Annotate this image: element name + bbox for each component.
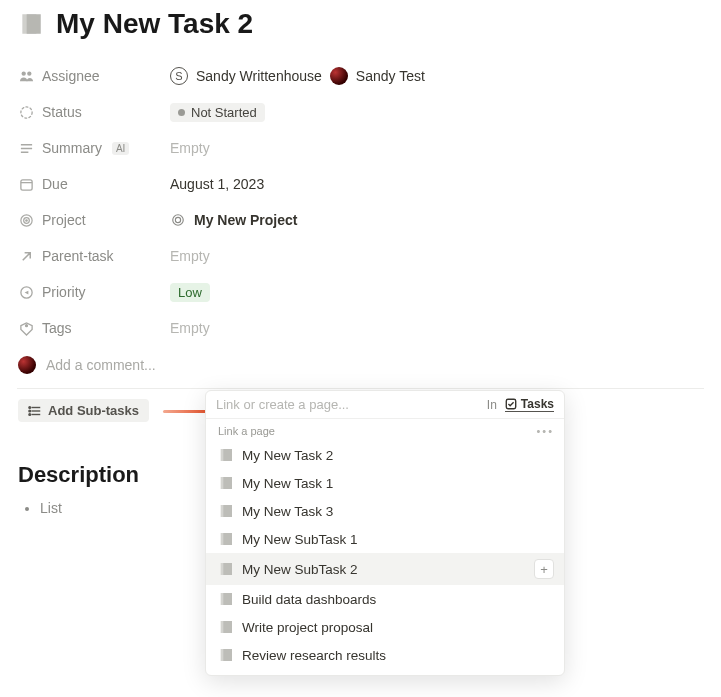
prop-summary-value[interactable]: Empty xyxy=(170,140,210,156)
page-icon xyxy=(18,11,44,37)
page-icon xyxy=(218,475,234,491)
section-heading: Link a page xyxy=(218,425,275,437)
tag-icon xyxy=(18,320,34,336)
svg-rect-35 xyxy=(223,593,232,605)
page-icon xyxy=(218,561,234,577)
link-item-label: My New SubTask 2 xyxy=(242,562,358,577)
link-page-item[interactable]: My New Task 1 xyxy=(206,469,564,497)
prop-project-label[interactable]: Project xyxy=(18,212,170,228)
link-page-item[interactable]: My New Task 3 xyxy=(206,497,564,525)
prop-due-value[interactable]: August 1, 2023 xyxy=(170,176,264,192)
calendar-icon xyxy=(18,176,34,192)
select-icon xyxy=(18,284,34,300)
svg-point-21 xyxy=(29,410,31,412)
svg-point-20 xyxy=(29,406,31,408)
svg-rect-27 xyxy=(223,477,232,489)
plus-button[interactable]: + xyxy=(534,559,554,579)
people-icon xyxy=(18,68,34,84)
status-icon xyxy=(18,104,34,120)
link-item-label: My New Task 1 xyxy=(242,476,333,491)
svg-point-3 xyxy=(27,71,31,75)
prop-due-label[interactable]: Due xyxy=(18,176,170,192)
prop-status-label[interactable]: Status xyxy=(18,104,170,120)
list-icon xyxy=(28,404,42,418)
ai-badge: AI xyxy=(112,142,129,155)
person-name: Sandy Test xyxy=(356,68,425,84)
page-icon xyxy=(218,591,234,607)
page-icon xyxy=(218,447,234,463)
property-list: Assignee S Sandy Writtenhouse Sandy Test… xyxy=(18,60,703,344)
link-item-label: My New Task 3 xyxy=(242,504,333,519)
avatar xyxy=(330,67,348,85)
svg-rect-1 xyxy=(27,14,41,34)
target-icon xyxy=(18,212,34,228)
link-search-input[interactable] xyxy=(216,397,479,412)
link-item-label: Review research results xyxy=(242,648,386,663)
link-page-item[interactable]: Review research results xyxy=(206,641,564,669)
page-icon xyxy=(218,619,234,635)
comment-row[interactable]: Add a comment... xyxy=(18,350,703,388)
arrow-up-right-icon xyxy=(18,248,34,264)
link-page-item[interactable]: Build data dashboards xyxy=(206,585,564,613)
link-item-label: My New Task 2 xyxy=(242,448,333,463)
link-page-list: My New Task 2My New Task 1My New Task 3M… xyxy=(206,441,564,675)
page-icon xyxy=(218,531,234,547)
link-page-popover: In Tasks Link a page ••• My New Task 2My… xyxy=(205,390,565,676)
more-icon[interactable]: ••• xyxy=(536,425,554,437)
svg-rect-39 xyxy=(223,649,232,661)
prop-status-value[interactable]: Not Started xyxy=(170,103,265,122)
prop-tags-label[interactable]: Tags xyxy=(18,320,170,336)
svg-point-4 xyxy=(20,106,31,117)
link-page-item[interactable]: Write project proposal xyxy=(206,613,564,641)
svg-point-16 xyxy=(25,324,27,326)
comment-placeholder: Add a comment... xyxy=(46,357,156,373)
page-icon xyxy=(218,647,234,663)
svg-rect-33 xyxy=(223,563,232,575)
person-name: Sandy Writtenhouse xyxy=(196,68,322,84)
avatar xyxy=(18,356,36,374)
target-icon xyxy=(170,212,186,228)
svg-rect-37 xyxy=(223,621,232,633)
add-subtasks-button[interactable]: Add Sub-tasks xyxy=(18,399,149,422)
svg-rect-25 xyxy=(223,449,232,461)
svg-point-2 xyxy=(21,71,25,75)
in-label: In xyxy=(487,398,497,412)
link-item-label: Write project proposal xyxy=(242,620,373,635)
prop-priority-label[interactable]: Priority xyxy=(18,284,170,300)
svg-point-14 xyxy=(175,217,180,222)
svg-rect-8 xyxy=(20,179,31,189)
link-page-item[interactable]: My New SubTask 2+ xyxy=(206,553,564,585)
link-item-label: Build data dashboards xyxy=(242,592,376,607)
prop-priority-value[interactable]: Low xyxy=(170,283,210,302)
prop-parent-label[interactable]: Parent-task xyxy=(18,248,170,264)
prop-assignee-value[interactable]: S Sandy Writtenhouse Sandy Test xyxy=(170,67,425,85)
svg-point-22 xyxy=(29,413,31,415)
svg-point-12 xyxy=(25,219,27,221)
status-dot xyxy=(178,109,185,116)
link-item-label: My New SubTask 1 xyxy=(242,532,358,547)
prop-project-value[interactable]: My New Project xyxy=(170,212,297,228)
prop-tags-value[interactable]: Empty xyxy=(170,320,210,336)
page-title[interactable]: My New Task 2 xyxy=(56,8,253,40)
tasks-chip[interactable]: Tasks xyxy=(505,397,554,412)
prop-parent-value[interactable]: Empty xyxy=(170,248,210,264)
prop-summary-label[interactable]: Summary AI xyxy=(18,140,170,156)
prop-assignee-label[interactable]: Assignee xyxy=(18,68,170,84)
svg-point-13 xyxy=(173,215,184,226)
link-page-item[interactable]: My New Task 2 xyxy=(206,441,564,469)
svg-rect-29 xyxy=(223,505,232,517)
lines-icon xyxy=(18,140,34,156)
link-page-item[interactable]: My New SubTask 1 xyxy=(206,525,564,553)
avatar-initial: S xyxy=(170,67,188,85)
page-icon xyxy=(218,503,234,519)
svg-rect-31 xyxy=(223,533,232,545)
